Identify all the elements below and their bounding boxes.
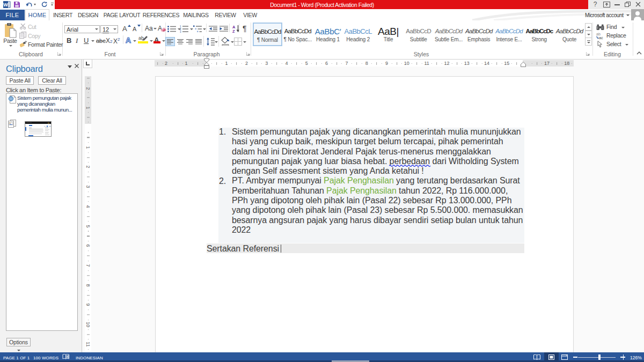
svg-text:Z: Z [232,29,235,33]
svg-text:ac: ac [599,36,603,39]
svg-text:ab: ab [596,32,601,36]
svg-text:3: 3 [180,31,181,33]
svg-text:W: W [3,2,8,8]
